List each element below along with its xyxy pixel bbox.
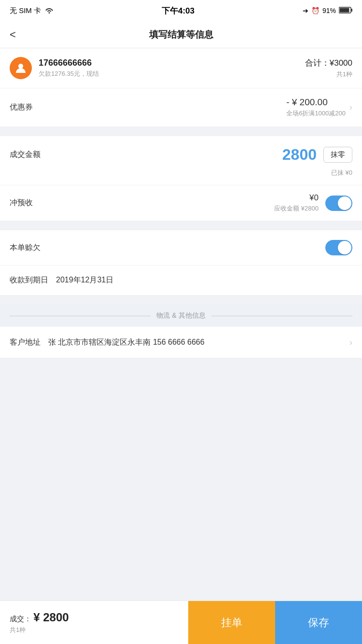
svg-point-3 xyxy=(18,64,23,69)
bad-debt-toggle[interactable] xyxy=(325,240,352,255)
total-count: 共1种 xyxy=(305,70,352,79)
deal-amount-label: 成交金额 xyxy=(10,150,41,160)
user-total: 合计：¥3000 共1种 xyxy=(305,57,352,79)
wifi-icon xyxy=(45,7,54,15)
address-label: 客户地址 xyxy=(10,337,43,348)
gray-separator-3 xyxy=(0,300,362,305)
prepay-amount: ¥0 xyxy=(274,193,319,203)
coupon-chevron-icon: › xyxy=(349,102,352,112)
total-label: 合计： xyxy=(305,58,330,68)
bad-debt-row: 本单赊欠 xyxy=(0,230,362,265)
header-line-left xyxy=(10,316,151,316)
section-header-text: 物流 & 其他信息 xyxy=(156,311,205,320)
due-date-row: 收款到期日 2019年12月31日 xyxy=(0,265,362,295)
prepay-amount-block: ¥0 应收金额 ¥2800 xyxy=(274,193,319,213)
coupon-row[interactable]: 优惠券 - ¥ 200.00 全场6折满1000减200 › xyxy=(0,88,362,126)
bottom-bar: 成交： ¥ 2800 共1种 挂单 保存 xyxy=(0,601,362,644)
coupon-right: - ¥ 200.00 全场6折满1000减200 › xyxy=(286,97,352,118)
coupon-discount: - ¥ 200.00 xyxy=(286,97,346,108)
hang-order-button[interactable]: 挂单 xyxy=(188,601,275,644)
user-info: 17666666666 欠款1276.35元，现结 xyxy=(39,58,99,78)
user-debt: 欠款1276.35元，现结 xyxy=(39,70,99,78)
logistics-section-header: 物流 & 其他信息 xyxy=(0,305,362,327)
gray-separator xyxy=(0,131,362,136)
prepay-receivable: 应收金额 ¥2800 xyxy=(274,204,319,213)
amount-right: 2800 抹零 xyxy=(282,146,352,164)
page-title: 填写结算等信息 xyxy=(149,28,213,41)
bottom-space xyxy=(0,363,362,372)
deal-label: 成交： xyxy=(10,615,31,623)
address-chevron-icon: › xyxy=(349,337,352,348)
back-button[interactable]: < xyxy=(10,28,16,41)
amount-sub: 已抹 ¥0 xyxy=(0,168,362,185)
prepay-toggle[interactable] xyxy=(325,196,352,211)
battery-icon xyxy=(339,7,352,15)
address-card[interactable]: 客户地址 张 北京市市辖区海淀区永丰南 156 6666 6666 › xyxy=(0,327,362,358)
amount-card: 成交金额 2800 抹零 已抹 ¥0 冲预收 ¥0 应收金额 ¥2800 xyxy=(0,136,362,221)
coupon-label: 优惠券 xyxy=(10,102,33,112)
content-area: 17666666666 欠款1276.35元，现结 合计：¥3000 共1种 优… xyxy=(0,48,362,420)
prepay-row: 冲预收 ¥0 应收金额 ¥2800 xyxy=(0,185,362,221)
status-time: 下午4:03 xyxy=(162,5,195,16)
user-info-card: 17666666666 欠款1276.35元，现结 合计：¥3000 共1种 优… xyxy=(0,48,362,126)
deal-amount-value: 2800 xyxy=(282,146,317,164)
bad-debt-card: 本单赊欠 收款到期日 2019年12月31日 xyxy=(0,230,362,295)
coupon-desc: 全场6折满1000减200 xyxy=(286,109,346,118)
save-button[interactable]: 保存 xyxy=(275,601,362,644)
round-down-button[interactable]: 抹零 xyxy=(323,147,352,163)
nav-bar: < 填写结算等信息 xyxy=(0,21,362,48)
bottom-deal-amount: ¥ 2800 xyxy=(33,611,69,624)
location-icon: ➔ xyxy=(303,7,308,14)
header-line-right xyxy=(211,316,352,316)
status-bar: 无 SIM 卡 下午4:03 ➔ ⏰ 91% xyxy=(0,0,362,21)
user-phone: 17666666666 xyxy=(39,58,99,68)
battery-text: 91% xyxy=(322,7,336,14)
carrier-text: 无 SIM 卡 xyxy=(10,6,41,15)
bottom-summary: 成交： ¥ 2800 共1种 xyxy=(0,611,188,634)
status-left: 无 SIM 卡 xyxy=(10,6,54,15)
svg-rect-1 xyxy=(339,8,349,12)
due-date-value: 2019年12月31日 xyxy=(56,275,113,285)
prepay-label: 冲预收 xyxy=(10,198,33,208)
coupon-info: - ¥ 200.00 全场6折满1000减200 xyxy=(286,97,346,118)
prepay-right: ¥0 应收金额 ¥2800 xyxy=(274,193,352,213)
avatar xyxy=(10,57,32,79)
total-amount: 合计：¥3000 xyxy=(305,57,352,69)
gray-separator-2 xyxy=(0,225,362,230)
svg-rect-2 xyxy=(351,9,352,12)
bad-debt-label: 本单赊欠 xyxy=(10,243,41,253)
address-value: 张 北京市市辖区海淀区永丰南 156 6666 6666 xyxy=(48,336,345,348)
user-row: 17666666666 欠款1276.35元，现结 合计：¥3000 共1种 xyxy=(0,48,362,88)
bottom-deal: 成交： ¥ 2800 xyxy=(10,611,179,624)
user-left: 17666666666 欠款1276.35元，现结 xyxy=(10,57,99,79)
status-right: ➔ ⏰ 91% xyxy=(303,7,352,15)
due-date-label: 收款到期日 xyxy=(10,275,48,285)
bad-debt-toggle-knob xyxy=(338,241,351,254)
toggle-knob xyxy=(338,196,351,210)
bottom-count: 共1种 xyxy=(10,626,179,634)
deal-amount-row: 成交金额 2800 抹零 xyxy=(0,136,362,168)
clock-icon: ⏰ xyxy=(311,7,320,14)
total-value: ¥3000 xyxy=(330,58,352,68)
